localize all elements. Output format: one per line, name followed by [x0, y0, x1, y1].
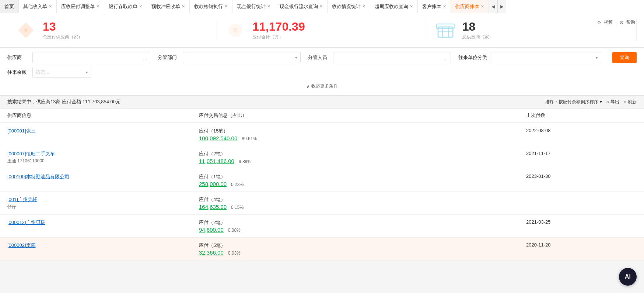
nav-label-home: 首页: [4, 3, 14, 10]
card2-number: 11,170.39: [252, 21, 419, 32]
sort-chevron-icon: ▾: [600, 99, 602, 104]
nav-label-customer-ledger: 客户账本: [422, 3, 441, 10]
card1-number: 13: [43, 21, 209, 32]
nav-close-cash-flow[interactable]: ✕: [319, 4, 323, 9]
card3-label: 总供应商（家）: [462, 34, 629, 40]
col-header-supplier: 供应商信息: [7, 112, 199, 119]
last-pay-2: 2023-01-30: [526, 173, 551, 179]
export-icon: ○: [606, 99, 609, 104]
filter-person: 分管人员 ...: [308, 52, 451, 63]
payable-label-1: 应付（2笔）: [199, 151, 526, 157]
nav-item-cash-stat[interactable]: 现金银行统计 ✕: [232, 0, 275, 13]
payable-percent-1: 9.89%: [239, 159, 251, 164]
nav-item-adjust[interactable]: 应收应付调整单 ✕: [57, 0, 104, 13]
last-pay-cell-0: 2022-08-08: [526, 128, 637, 133]
nav-item-bank-deposit[interactable]: 银行存取款单 ✕: [104, 0, 147, 13]
payable-amount-1[interactable]: 11,051,486.00: [199, 158, 234, 164]
payable-percent-2: 0.23%: [231, 182, 244, 187]
nav-close-customer-ledger[interactable]: ✕: [443, 4, 446, 9]
payable-amount-5[interactable]: 32,366.00: [199, 249, 224, 256]
nav-close-verify-exec[interactable]: ✕: [224, 4, 228, 9]
nav-close-other-income[interactable]: ✕: [49, 4, 52, 9]
top-navigation: 首页 其他收入单 ✕ 应收应付调整单 ✕ 银行存取款单 ✕ 预收冲应收单 ✕ 收…: [0, 0, 644, 13]
payable-amount-0[interactable]: 100,092,540.00: [199, 135, 237, 141]
supplier-cell-2: [000100]本特勤油品有限公司: [7, 173, 199, 180]
person-label: 分管人员: [308, 54, 330, 61]
balance-label: 往来余额: [7, 69, 29, 76]
card3-icon: [434, 19, 456, 41]
nav-close-bank-deposit[interactable]: ✕: [139, 4, 142, 9]
card2-label: 应付合计（万）: [252, 34, 419, 40]
payable-row-1: 11,051,486.00 9.89%: [199, 158, 526, 164]
filter-area: 供应商 ... 分管部门 ▾ 分管人员 ... 往来单位分类 ▾: [0, 48, 644, 96]
nav-close-collection-stat[interactable]: ✕: [362, 4, 365, 9]
table-row: [000001]张三 应付（15笔） 100,092,540.00 89.61%…: [0, 123, 644, 146]
nav-item-cash-flow[interactable]: 现金银行流水查询 ✕: [275, 0, 328, 13]
svg-text:¥: ¥: [24, 27, 27, 33]
category-select[interactable]: ▾: [490, 52, 601, 63]
person-input[interactable]: ...: [333, 52, 451, 63]
collapse-button[interactable]: ∧ 收起更多条件: [7, 82, 637, 91]
supplier-link-2[interactable]: [000100]本特勤油品有限公司: [7, 173, 199, 180]
sort-label: 排序：按应付余额倒序排序: [545, 99, 598, 105]
nav-label-collection-stat: 收款情况统计: [332, 3, 361, 10]
supplier-link-4[interactable]: [000012]广州贝瑞: [7, 219, 199, 226]
last-pay-cell-5: 2020-11-20: [526, 242, 637, 248]
nav-label-overdue-receive: 超期应收款查询: [375, 3, 408, 10]
col-header-last-pay: 上次付数: [526, 112, 637, 119]
filter-supplier: 供应商 ...: [7, 52, 150, 63]
nav-item-collection-stat[interactable]: 收款情况统计 ✕: [328, 0, 370, 13]
nav-item-other-income[interactable]: 其他收入单 ✕: [19, 0, 57, 13]
query-button[interactable]: 查询: [612, 52, 637, 63]
balance-chevron-icon: ▾: [86, 70, 88, 75]
supplier-input[interactable]: ...: [32, 52, 150, 63]
payable-label-5: 应付（5笔）: [199, 242, 526, 249]
nav-label-adjust: 应收应付调整单: [61, 3, 95, 10]
nav-item-verify-exec[interactable]: 收款核销执行 ✕: [190, 0, 232, 13]
table-header: 供应商信息 应付交易信息（占比） 上次付数: [0, 108, 644, 123]
col-header-payable: 应付交易信息（占比）: [199, 112, 526, 119]
result-right-actions: 排序：按应付余额倒序排序 ▾ ○ 导出 ○ 刷新: [545, 99, 637, 105]
payable-label-3: 应付（4笔）: [199, 196, 526, 203]
payable-amount-3[interactable]: 164,635.90: [199, 204, 227, 210]
payable-cell-2: 应付（1笔） 258,000.00 0.23%: [199, 173, 526, 187]
table-row: [000002]李四 应付（5笔） 32,366.00 0.03% 2020-1…: [0, 238, 644, 261]
svg-text:米: 米: [232, 27, 238, 33]
supplier-cell-5: [000002]李四: [7, 242, 199, 249]
nav-item-overdue-receive[interactable]: 超期应收款查询 ✕: [370, 0, 418, 13]
nav-close-cash-stat[interactable]: ✕: [267, 4, 270, 9]
refresh-button[interactable]: ○ 刷新: [624, 99, 637, 105]
nav-close-overdue-receive[interactable]: ✕: [410, 4, 413, 9]
payable-amount-2[interactable]: 258,000.00: [199, 181, 227, 187]
card1-info: 13 总应付供应商（家）: [43, 21, 209, 40]
dept-label: 分管部门: [158, 54, 180, 61]
help-link[interactable]: 帮助: [626, 19, 635, 25]
video-link[interactable]: 视频: [604, 19, 613, 25]
payable-amount-4[interactable]: 94,600.00: [199, 227, 224, 233]
payable-percent-4: 0.08%: [228, 228, 241, 233]
result-summary: 搜索结果中，供应商13家 应付金额 111,703,854.00元: [7, 99, 120, 105]
nav-item-customer-ledger[interactable]: 客户账本 ✕: [418, 0, 451, 13]
supplier-link-3[interactable]: [001]广州荣轩: [7, 196, 199, 203]
payable-cell-3: 应付（4笔） 164,635.90 0.15%: [199, 196, 526, 210]
export-button[interactable]: ○ 导出: [606, 99, 619, 105]
nav-item-home[interactable]: 首页: [0, 0, 19, 13]
nav-close-supplier-ledger[interactable]: ✕: [481, 4, 484, 9]
nav-item-advance-receive[interactable]: 预收冲应收单 ✕: [147, 0, 190, 13]
nav-label-verify-exec: 收款核销执行: [194, 3, 223, 10]
dept-select[interactable]: ▾: [183, 52, 301, 63]
category-chevron-icon: ▾: [596, 55, 598, 60]
nav-close-adjust[interactable]: ✕: [96, 4, 99, 9]
balance-select[interactable]: 请选... ▾: [32, 67, 91, 78]
nav-next-arrow[interactable]: ▶: [497, 0, 506, 13]
nav-close-advance-receive[interactable]: ✕: [182, 4, 185, 9]
supplier-cell-3: [001]广州荣轩 仔仔: [7, 196, 199, 210]
supplier-link-0[interactable]: [000001]张三: [7, 128, 199, 134]
supplier-link-5[interactable]: [000002]李四: [7, 242, 199, 249]
payable-row-3: 164,635.90 0.15%: [199, 204, 526, 210]
last-pay-4: 2021-03-25: [526, 219, 551, 225]
nav-prev-arrow[interactable]: ◀: [489, 0, 497, 13]
supplier-link-1[interactable]: [000007]恒旺二手叉车: [7, 151, 199, 157]
sort-button[interactable]: 排序：按应付余额倒序排序 ▾: [545, 99, 602, 105]
nav-item-supplier-ledger[interactable]: 供应商账本 ✕: [451, 0, 489, 13]
